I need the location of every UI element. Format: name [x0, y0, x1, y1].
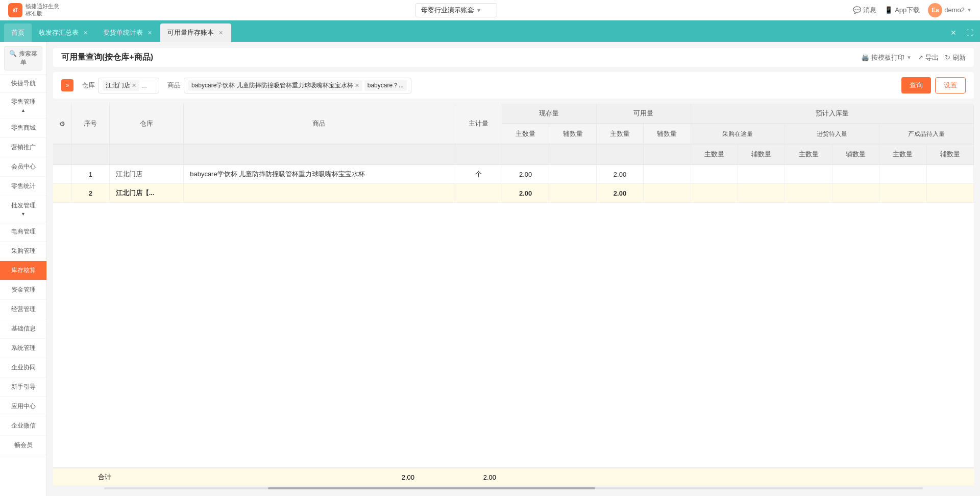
sidebar-item-app-center[interactable]: 应用中心 [0, 397, 46, 416]
logo-icon: 好 [8, 3, 22, 17]
logo: 好 畅捷通好生意 标准版 [8, 3, 59, 17]
th-incoming: 进货待入量 [785, 124, 879, 144]
print-icon: 🖨️ [861, 54, 869, 61]
search-icon: 🔍 [9, 50, 17, 57]
sidebar-item-member-center[interactable]: 会员中心 [0, 157, 46, 177]
message-icon: 💬 [853, 6, 861, 14]
scrollbar-thumb [268, 487, 596, 489]
subtotal-warehouse: 江北门店【... [109, 184, 184, 203]
row-purchase-sub [738, 164, 785, 184]
table-row: 1 江北门店 babycare学饮杯 儿童防摔防撞吸管杯重力球吸嘴杯宝宝水杯 个… [53, 164, 974, 184]
sidebar-item-purchase-mgmt[interactable]: 采购管理 [0, 242, 46, 261]
product-input[interactable]: babycare学饮杯 儿童防摔防撞吸管杯重力球吸嘴杯宝宝水杯 ✕ babyca… [184, 78, 411, 93]
tab-collect-pay[interactable]: 收发存汇总表 ✕ [32, 23, 96, 42]
row-available-sub [644, 164, 691, 184]
sidebar-item-member-vip[interactable]: 畅会员 [0, 436, 46, 455]
product-tag1-remove[interactable]: ✕ [355, 82, 359, 89]
sidebar-item-wholesale-mgmt[interactable]: 批发管理 ▼ [0, 196, 46, 222]
sidebar-item-sys-mgmt[interactable]: 系统管理 [0, 339, 46, 358]
row-product-sub [926, 164, 973, 184]
query-btn[interactable]: 查询 [901, 77, 931, 93]
app-icon: 📱 [885, 6, 893, 14]
footer-available-main: 2.00 [483, 474, 524, 481]
table-scrollbar[interactable] [53, 486, 974, 490]
th-product-main: 主数量 [879, 144, 926, 164]
th-available-sub: 辅数量 [644, 124, 691, 144]
sidebar-item-ecommerce-mgmt[interactable]: 电商管理 [0, 222, 46, 242]
tab-order-stat-label: 要货单统计表 [103, 28, 143, 37]
row-warehouse: 江北门店 [109, 164, 184, 184]
app-download-btn[interactable]: 📱 App下载 [885, 6, 920, 15]
th-gear: ⚙ [53, 104, 72, 144]
tab-collect-pay-close[interactable]: ✕ [82, 29, 89, 36]
th-purchase-main: 主数量 [691, 144, 738, 164]
logo-text: 畅捷通好生意 标准版 [26, 3, 59, 16]
sidebar-item-finance-mgmt[interactable]: 资金管理 [0, 280, 46, 300]
settings-btn[interactable]: 设置 [935, 77, 966, 93]
th-group-forecast: 预计入库量 [691, 104, 973, 124]
table-scroll-area[interactable]: ⚙ 序号 仓库 商品 主计量 现存量 可用量 预计入库量 主数量 [53, 104, 974, 467]
maximize-btn[interactable]: ⛶ [964, 27, 976, 39]
sidebar-search-section: 🔍 搜索菜单 [0, 42, 46, 75]
sidebar: 🔍 搜索菜单 快捷导航 零售管理 ▲ 零售商城 营销推广 会员中心 零售统计 批… [0, 42, 47, 496]
row-current-main: 2.00 [502, 164, 549, 184]
tab-home[interactable]: 首页 [4, 23, 32, 42]
page-header: 可用量查询(按仓库+商品) 🖨️ 按模板打印 ▼ ↗ 导出 ↻ 刷新 [53, 48, 974, 67]
sidebar-item-new-guide[interactable]: 新手引导 [0, 377, 46, 397]
subtotal-row: 2 江北门店【... 2.00 2.00 [53, 184, 974, 203]
filter-expand-btn[interactable]: » [61, 79, 74, 91]
warehouse-tag-remove[interactable]: ✕ [132, 82, 136, 89]
footer-label: 合计 [98, 473, 320, 482]
th-unit: 主计量 [455, 104, 502, 144]
sidebar-item-retail-stats[interactable]: 零售统计 [0, 177, 46, 196]
sidebar-item-stock-check[interactable]: 库存核算 [0, 261, 46, 280]
th-purchase-sub: 辅数量 [738, 144, 785, 164]
footer-current-main: 2.00 [402, 474, 443, 481]
tab-order-stat-close[interactable]: ✕ [146, 29, 153, 36]
close-all-btn[interactable]: ✕ [947, 27, 960, 39]
product-label: 商品 [167, 81, 181, 90]
row-current-sub [549, 164, 596, 184]
data-table: ⚙ 序号 仓库 商品 主计量 现存量 可用量 预计入库量 主数量 [53, 104, 974, 203]
print-chevron-icon: ▼ [906, 55, 912, 60]
th-current-main: 主数量 [502, 124, 549, 144]
tab-available-stock[interactable]: 可用量库存账本 ✕ [160, 23, 231, 42]
template-print-btn[interactable]: 🖨️ 按模板打印 ▼ [861, 53, 912, 62]
avatar: Ea [928, 3, 942, 17]
th-group-available: 可用量 [596, 104, 691, 124]
sidebar-item-enterprise-coop[interactable]: 企业协同 [0, 358, 46, 377]
product-filter: 商品 babycare学饮杯 儿童防摔防撞吸管杯重力球吸嘴杯宝宝水杯 ✕ bab… [167, 78, 411, 93]
search-menu-btn[interactable]: 🔍 搜索菜单 [4, 46, 42, 70]
sidebar-quick-nav[interactable]: 快捷导航 [0, 75, 46, 92]
row-unit: 个 [455, 164, 502, 184]
sidebar-item-marketing[interactable]: 营销推广 [0, 138, 46, 157]
row-purchase-main [691, 164, 738, 184]
user-profile-btn[interactable]: Ea demo2 ▼ [928, 3, 972, 17]
export-icon: ↗ [918, 54, 923, 61]
message-btn[interactable]: 💬 消息 [853, 6, 876, 15]
sidebar-item-retail-mall[interactable]: 零售商城 [0, 119, 46, 138]
row-available-main: 2.00 [596, 164, 643, 184]
refresh-btn[interactable]: ↻ 刷新 [945, 53, 966, 62]
tab-order-stat[interactable]: 要货单统计表 ✕ [96, 23, 160, 42]
data-table-container: ⚙ 序号 仓库 商品 主计量 现存量 可用量 预计入库量 主数量 [53, 104, 974, 490]
page-actions: 🖨️ 按模板打印 ▼ ↗ 导出 ↻ 刷新 [861, 53, 966, 62]
table-footer: 合计 2.00 2.00 [53, 467, 974, 486]
warehouse-label: 仓库 [82, 81, 95, 90]
industry-select[interactable]: 母婴行业演示账套 ▼ [415, 3, 497, 17]
user-chevron-icon: ▼ [967, 7, 972, 13]
scrollbar-track [104, 487, 923, 489]
subtotal-current-main: 2.00 [502, 184, 549, 203]
th-incoming-main: 主数量 [785, 144, 832, 164]
product-tag2: babycare？... [364, 80, 407, 91]
warehouse-input[interactable]: 江北门店 ✕ ... [98, 78, 159, 93]
th-product-sub: 辅数量 [926, 144, 973, 164]
sidebar-item-enterprise-wechat[interactable]: 企业微信 [0, 416, 46, 436]
export-btn[interactable]: ↗ 导出 [918, 53, 939, 62]
filter-more-btn[interactable]: ... [141, 82, 147, 89]
sidebar-item-biz-mgmt[interactable]: 经营管理 [0, 300, 46, 319]
sidebar-item-retail-mgmt[interactable]: 零售管理 ▲ [0, 92, 46, 119]
tab-available-stock-close[interactable]: ✕ [217, 29, 224, 36]
warehouse-filter: 仓库 江北门店 ✕ ... [82, 78, 159, 93]
sidebar-item-basic-info[interactable]: 基础信息 [0, 319, 46, 339]
